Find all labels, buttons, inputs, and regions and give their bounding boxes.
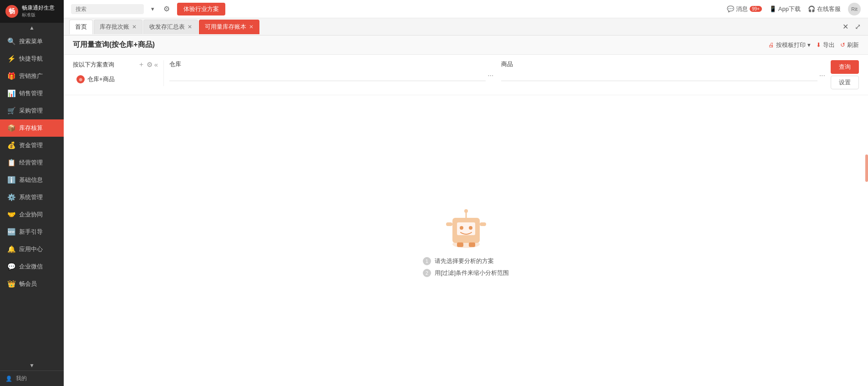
refresh-icon: ↺ xyxy=(840,41,845,48)
tab-batch[interactable]: 库存批次账 ✕ xyxy=(94,20,142,34)
tip-2-text: 用[过滤]条件来缩小分析范围 xyxy=(435,269,509,277)
sidebar-item-shortcut[interactable]: ⚡ 快捷导航 xyxy=(0,50,64,67)
sidebar-scroll-down[interactable]: ▼ xyxy=(0,360,64,371)
top-header: ▾ ⚙ 体验行业方案 💬 消息 99+ 📱 App下载 🎧 在线客服 Rit xyxy=(64,0,868,18)
sidebar-item-sales[interactable]: 📊 销售管理 xyxy=(0,85,64,102)
finance-label: 资金管理 xyxy=(19,141,43,149)
online-service-label: 在线客服 xyxy=(817,5,841,13)
sidebar-item-appstore[interactable]: 🔔 应用中心 xyxy=(0,241,64,258)
user-avatar[interactable]: Rit xyxy=(848,3,861,15)
sidebar-item-member[interactable]: 👑 畅会员 xyxy=(0,275,64,293)
marketing-label: 营销推广 xyxy=(19,72,43,80)
scheme-label: 仓库+商品 xyxy=(87,75,115,83)
search-input[interactable] xyxy=(71,4,144,14)
tab-close-all-btn[interactable]: ✕ xyxy=(841,21,850,33)
sidebar-scroll-up[interactable]: ▲ xyxy=(0,23,64,33)
sidebar-item-system[interactable]: ⚙️ 系统管理 xyxy=(0,189,64,206)
app-download-label: App下载 xyxy=(778,5,801,13)
query-btn[interactable]: 查询 xyxy=(831,60,859,74)
product-input-row: ··· xyxy=(501,70,826,81)
page-header: 可用量查询(按仓库+商品) 🖨 按模板打印 ▾ ⬇ 导出 ↺ 刷新 xyxy=(64,36,868,55)
filter-collapse-btn[interactable]: « xyxy=(154,60,158,69)
logo-badge: 标准版 xyxy=(22,12,55,18)
system-label: 系统管理 xyxy=(19,193,43,201)
export-btn[interactable]: ⬇ 导出 xyxy=(816,41,835,49)
search-dropdown-btn[interactable]: ▾ xyxy=(149,4,156,14)
svg-rect-9 xyxy=(457,242,463,247)
enterprise-icon: 🤝 xyxy=(7,211,15,219)
finance-icon: 💰 xyxy=(7,141,15,149)
scheme-icon: ⊕ xyxy=(76,75,85,83)
warehouse-input[interactable] xyxy=(169,70,486,81)
operation-icon: 📋 xyxy=(7,159,15,167)
warehouse-input-row: ··· xyxy=(169,70,494,81)
sidebar-item-purchase[interactable]: 🛒 采购管理 xyxy=(0,102,64,119)
header-actions: 💬 消息 99+ 📱 App下载 🎧 在线客服 Rit xyxy=(727,3,861,15)
tip-num-2: 2 xyxy=(423,269,431,277)
inventory-label: 库存核算 xyxy=(19,124,43,132)
sidebar-item-search[interactable]: 🔍 搜索菜单 xyxy=(0,33,64,50)
settings-btn[interactable]: 设置 xyxy=(831,76,859,89)
message-label: 消息 xyxy=(736,5,748,13)
svg-rect-2 xyxy=(457,222,475,235)
sidebar-item-operation[interactable]: 📋 经营管理 xyxy=(0,154,64,171)
gear-btn[interactable]: ⚙ xyxy=(162,3,172,15)
tab-summary[interactable]: 收发存汇总表 ✕ xyxy=(143,20,198,34)
online-service-btn[interactable]: 🎧 在线客服 xyxy=(808,5,841,13)
tip-1-text: 请先选择要分析的方案 xyxy=(435,257,494,265)
side-scrollbar[interactable] xyxy=(865,154,868,182)
filter-fields: 仓库 ··· 商品 ··· xyxy=(169,60,825,81)
empty-tips: 1 请先选择要分析的方案 2 用[过滤]条件来缩小分析范围 xyxy=(423,257,509,277)
sidebar-item-marketing[interactable]: 🎁 营销推广 xyxy=(0,67,64,85)
purchase-label: 采购管理 xyxy=(19,107,43,115)
phone-icon: 📱 xyxy=(769,5,777,12)
empty-tip-1: 1 请先选择要分析的方案 xyxy=(423,257,509,265)
filter-settings-btn[interactable]: ⚙ xyxy=(147,60,152,69)
refresh-label: 刷新 xyxy=(847,41,859,49)
warehouse-more-btn[interactable]: ··· xyxy=(487,72,493,80)
filter-add-btn[interactable]: ＋ xyxy=(138,60,145,69)
product-input[interactable] xyxy=(501,70,817,81)
sidebar-item-finance[interactable]: 💰 资金管理 xyxy=(0,137,64,154)
product-more-btn[interactable]: ··· xyxy=(819,72,825,80)
operation-label: 经营管理 xyxy=(19,159,43,167)
empty-illustration xyxy=(443,204,489,250)
tab-bar-end: ✕ ⤢ xyxy=(841,21,863,33)
newbie-icon: 🆕 xyxy=(7,228,15,236)
empty-state: 1 请先选择要分析的方案 2 用[过滤]条件来缩小分析范围 xyxy=(64,95,868,386)
base-icon: ℹ️ xyxy=(7,176,15,184)
sidebar-item-inventory[interactable]: 📦 库存核算 xyxy=(0,119,64,137)
refresh-btn[interactable]: ↺ 刷新 xyxy=(840,41,859,49)
app-download-btn[interactable]: 📱 App下载 xyxy=(769,5,801,13)
inventory-icon: 📦 xyxy=(7,124,15,132)
print-btn[interactable]: 🖨 按模板打印 ▾ xyxy=(768,41,811,49)
logo-icon: 畅 xyxy=(5,5,18,18)
svg-rect-10 xyxy=(469,242,475,247)
tab-home[interactable]: 首页 xyxy=(69,20,93,34)
tab-expand-btn[interactable]: ⤢ xyxy=(853,21,863,33)
shortcut-label: 快捷导航 xyxy=(19,55,43,63)
tab-batch-close[interactable]: ✕ xyxy=(132,24,137,30)
sidebar-item-base[interactable]: ℹ️ 基础信息 xyxy=(0,171,64,189)
sidebar-item-enterprise[interactable]: 🤝 企业协同 xyxy=(0,206,64,223)
sidebar: 畅 畅康通好生意 标准版 ▲ 🔍 搜索菜单 ⚡ 快捷导航 🎁 营销推广 📊 销售… xyxy=(0,0,64,386)
svg-point-6 xyxy=(464,209,468,213)
sidebar-item-newbie[interactable]: 🆕 新手引导 xyxy=(0,223,64,241)
product-label: 商品 xyxy=(501,60,826,68)
system-icon: ⚙️ xyxy=(7,193,15,201)
sidebar-item-wechat[interactable]: 💬 企业微信 xyxy=(0,258,64,275)
message-btn[interactable]: 💬 消息 99+ xyxy=(727,5,762,13)
export-label: 导出 xyxy=(823,41,835,49)
filter-right-btns: 查询 设置 xyxy=(831,60,859,89)
filter-sidebar: 按以下方案查询 ＋ ⚙ « ⊕ 仓库+商品 xyxy=(73,60,164,86)
sidebar-bottom: 👤 我的 xyxy=(0,371,64,386)
filter-scheme-item[interactable]: ⊕ 仓库+商品 xyxy=(73,72,158,86)
tab-summary-close[interactable]: ✕ xyxy=(188,24,192,30)
enterprise-label: 企业协同 xyxy=(19,211,43,219)
trial-btn[interactable]: 体验行业方案 xyxy=(177,3,225,15)
tab-available-close[interactable]: ✕ xyxy=(249,24,254,30)
filter-sidebar-actions: ＋ ⚙ « xyxy=(138,60,158,69)
sidebar-logo: 畅 畅康通好生意 标准版 xyxy=(0,0,64,23)
query-filter: 按以下方案查询 ＋ ⚙ « ⊕ 仓库+商品 仓库 xyxy=(64,55,868,95)
tab-available[interactable]: 可用量库存账本 ✕ xyxy=(199,20,259,34)
